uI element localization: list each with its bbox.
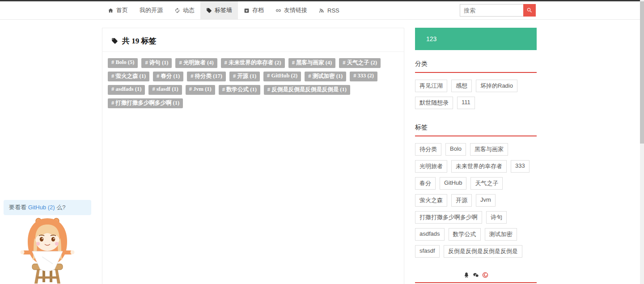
category-chip[interactable]: 感想 [451, 80, 472, 92]
tag-badge[interactable]: # 诗句 (1) [141, 58, 172, 68]
scrollbar-thumb[interactable] [640, 1, 644, 144]
bubble-text-prefix: 要看看 [9, 204, 28, 211]
search-button[interactable] [523, 4, 536, 17]
tag-chip[interactable]: 待分类 [415, 143, 441, 156]
tag-badge[interactable]: # 天气之子 (2) [339, 58, 381, 68]
nav-item-label: 首页 [116, 6, 128, 14]
sidebar-tag-list: 待分类Bolo黑客与画家光明旅者未来世界的幸存者333春分GitHub天气之子萤… [415, 143, 537, 262]
nav-item-my-opensource[interactable]: 我的开源 [134, 1, 169, 19]
mascot-image [16, 216, 79, 284]
tag-badge[interactable]: # Jvm (1) [186, 85, 215, 95]
rss-icon [319, 8, 325, 13]
category-list: 再见江湖感想坏掉的Radio默世随想录111 [415, 80, 537, 114]
tag-icon [206, 8, 212, 13]
tag-chip[interactable]: 数学公式 [449, 228, 481, 241]
tag-badge[interactable]: # 反倒是反倒是反倒是反倒是 (1) [264, 85, 350, 95]
tag-badge[interactable]: # Bolo (5) [108, 58, 138, 68]
nav-item-label: 我的开源 [140, 6, 163, 14]
nav-item-label: 友情链接 [284, 6, 307, 14]
search-input[interactable] [460, 4, 523, 17]
sidebar: 123 分类 再见江湖感想坏掉的Radio默世随想录111 标签 待分类Bolo… [415, 28, 537, 284]
tag-badge[interactable]: # 黑客与画家 (4) [288, 58, 336, 68]
home-icon [108, 8, 114, 13]
category-chip[interactable]: 坏掉的Radio [476, 80, 517, 92]
nav-item-home[interactable]: 首页 [102, 1, 134, 19]
tag-chip[interactable]: 黑客与画家 [470, 143, 508, 156]
tag-badge-list: # Bolo (5)# 诗句 (1)# 光明旅者 (4)# 未来世界的幸存者 (… [102, 52, 404, 114]
categories-title: 分类 [415, 60, 537, 73]
tag-chip[interactable]: sfasdf [415, 245, 440, 258]
category-chip[interactable]: 111 [457, 97, 475, 109]
tag-chip[interactable]: 反倒是反倒是反倒是反倒是 [444, 245, 522, 258]
nav-item-tag-wall[interactable]: 标签墙 [200, 1, 238, 19]
nav-item-label: 动态 [183, 6, 195, 14]
link-icon [275, 8, 281, 13]
tag-chip[interactable]: 春分 [415, 177, 436, 190]
tag-badge[interactable]: # 待分类 (17) [187, 72, 226, 81]
nav-item-friend-links[interactable]: 友情链接 [270, 1, 313, 19]
search-icon [526, 7, 533, 13]
tag-chip[interactable]: asdfads [415, 228, 445, 241]
tag-chip[interactable]: 测试加密 [485, 228, 517, 241]
nav-item-label: RSS [327, 7, 339, 14]
announcement-banner: 123 [415, 28, 537, 50]
tag-badge[interactable]: # 开源 (1) [229, 72, 260, 81]
tag-badge[interactable]: # 测试加密 (1) [305, 72, 346, 81]
search-box [460, 4, 536, 17]
bubble-github-link[interactable]: GitHub (2) [28, 204, 55, 211]
nav-item-label: 标签墙 [215, 6, 232, 14]
category-chip[interactable]: 默世随想录 [415, 97, 453, 109]
tag-chip[interactable]: 打撒打撒多少啊多少啊 [415, 211, 482, 224]
tag-chip[interactable]: 开源 [451, 194, 472, 207]
tag-badge[interactable]: # asdfads (1) [108, 85, 145, 95]
tag-badge[interactable]: # 春分 (1) [153, 72, 183, 81]
tag-badge[interactable]: # 数学公式 (1) [219, 85, 260, 95]
page-title: 共 19 标签 [122, 36, 157, 46]
mascot-chat-bubble: 要看看 GitHub (2) 么? [4, 200, 91, 215]
categories-widget: 分类 再见江湖感想坏掉的Radio默世随想录111 [415, 60, 537, 114]
announcement-text: 123 [426, 35, 436, 42]
tags-title: 标签 [415, 123, 537, 136]
main-navbar: 首页我的开源动态标签墙存档友情链接RSS [0, 1, 644, 20]
netease-music-icon[interactable] [482, 272, 488, 278]
tag-badge[interactable]: # GitHub (2) [263, 72, 301, 81]
tag-chip[interactable]: 333 [511, 160, 530, 173]
tag-chip[interactable]: 未来世界的幸存者 [451, 160, 507, 173]
tag-badge[interactable]: # 未来世界的幸存者 (2) [221, 58, 285, 68]
about-widget: 41 文章76 评论70857 浏览2 访客 [415, 272, 537, 284]
bubble-text-suffix: 么? [55, 204, 66, 211]
tag-chip[interactable]: 萤火之森 [415, 194, 447, 207]
card-header: 共 19 标签 [102, 28, 404, 52]
nav-item-archive[interactable]: 存档 [238, 1, 270, 19]
tag-chip[interactable]: Bolo [445, 143, 466, 156]
nav-item-activity[interactable]: 动态 [169, 1, 200, 19]
tag-chip[interactable]: Jvm [476, 194, 496, 207]
refresh-icon [174, 8, 180, 13]
tag-badge[interactable]: # 打撒打撒多少啊多少啊 (1) [108, 98, 183, 108]
tag-badge[interactable]: # sfasdf (1) [148, 85, 182, 95]
tags-widget: 标签 待分类Bolo黑客与画家光明旅者未来世界的幸存者333春分GitHub天气… [415, 123, 537, 262]
tag-badge[interactable]: # 333 (2) [350, 72, 377, 81]
scrollbar[interactable] [640, 0, 644, 284]
tag-chip[interactable]: GitHub [440, 177, 466, 190]
tag-chip[interactable]: 天气之子 [470, 177, 503, 190]
nav-items: 首页我的开源动态标签墙存档友情链接RSS [102, 1, 644, 19]
tag-chip[interactable]: 光明旅者 [415, 160, 447, 173]
tag-wall-card: 共 19 标签 # Bolo (5)# 诗句 (1)# 光明旅者 (4)# 未来… [102, 28, 404, 284]
nav-item-label: 存档 [252, 6, 264, 14]
category-chip[interactable]: 再见江湖 [415, 80, 447, 92]
social-icons-row [415, 272, 537, 283]
tag-chip[interactable]: 诗句 [486, 211, 507, 224]
nav-item-rss[interactable]: RSS [313, 1, 345, 19]
tag-badge[interactable]: # 光明旅者 (4) [175, 58, 217, 68]
archive-icon [244, 8, 250, 13]
qq-icon[interactable] [463, 272, 470, 278]
wechat-icon[interactable] [473, 272, 479, 278]
top-border-strip [0, 0, 644, 1]
tag-badge[interactable]: # 萤火之森 (1) [108, 72, 149, 81]
tag-icon [111, 38, 118, 44]
